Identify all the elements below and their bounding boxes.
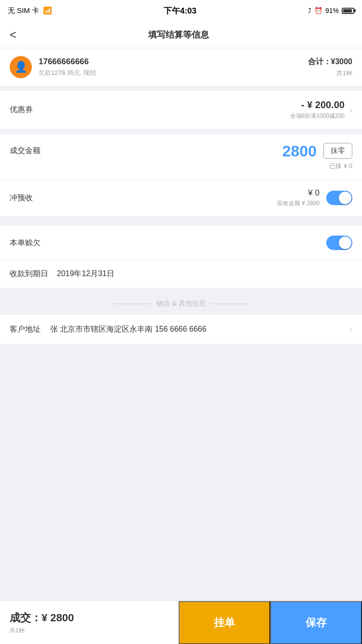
duedate-content: 收款到期日 2019年12月31日 <box>10 269 114 278</box>
customer-card: 👤 17666666666 欠款1276.35元, 现结 合计：¥3000 共1… <box>0 48 362 86</box>
customer-left: 👤 17666666666 欠款1276.35元, 现结 <box>10 56 96 78</box>
prepaid-amount: ¥ 0 应收金额 ¥ 2800 <box>277 188 320 208</box>
status-bar: 无 SIM 卡 📶 下午4:03 ⤴ ⏰ 91% <box>0 0 362 21</box>
status-left: 无 SIM 卡 📶 <box>8 6 52 15</box>
customer-phone: 17666666666 <box>39 57 96 67</box>
debit-label: 本单赊欠 <box>10 238 41 248</box>
back-button[interactable]: < <box>10 28 16 42</box>
coupon-row[interactable]: 优惠券 - ¥ 200.00 全场6折满1000减200 › <box>0 91 362 129</box>
battery-fill <box>343 9 352 13</box>
address-section[interactable]: 客户地址 张 北京市市辖区海淀区永丰南 156 6666 6666 › <box>0 315 362 344</box>
amount-section: 成交金额 2800 抹零 已抹 ¥ 0 <box>0 134 362 180</box>
customer-right: 合计：¥3000 共1种 <box>308 57 353 78</box>
address-content: 张 北京市市辖区海淀区永丰南 156 6666 6666 <box>50 323 349 335</box>
amount-right: 2800 抹零 <box>282 143 352 159</box>
nav-bar: < 填写结算等信息 <box>0 21 362 48</box>
hang-order-button[interactable]: 挂单 <box>179 601 270 644</box>
coupon-desc: 全场6折满1000减200 <box>290 112 345 120</box>
address-label: 客户地址 <box>10 324 41 335</box>
prepaid-label: 冲预收 <box>10 193 33 203</box>
gap-1 <box>0 129 362 134</box>
total-count: 共1种 <box>308 69 353 78</box>
status-time: 下午4:03 <box>164 5 196 16</box>
debit-section: 本单赊欠 <box>0 226 362 260</box>
duedate-label: 收款到期日 <box>10 269 48 278</box>
bottom-summary: 成交：¥ 2800 共1种 <box>0 611 179 635</box>
amount-value: 2800 <box>282 143 317 159</box>
save-button[interactable]: 保存 <box>270 601 362 644</box>
bottom-bar: 成交：¥ 2800 共1种 挂单 保存 <box>0 601 362 644</box>
page-title: 填写结算等信息 <box>24 29 333 41</box>
bottom-deal-amount: ¥ 2800 <box>42 612 74 624</box>
toggle-knob <box>339 192 351 204</box>
battery-percent: 91% <box>325 7 339 14</box>
wifi-icon: 📶 <box>43 6 52 15</box>
round-button[interactable]: 抹零 <box>323 143 352 159</box>
prepaid-right: ¥ 0 应收金额 ¥ 2800 <box>277 188 352 208</box>
prepaid-sub: 应收金额 ¥ 2800 <box>277 199 320 208</box>
gap-2 <box>0 216 362 221</box>
alarm-icon: ⏰ <box>314 7 322 14</box>
prepaid-toggle[interactable] <box>326 191 352 205</box>
prepaid-section: 冲预收 ¥ 0 应收金额 ¥ 2800 <box>0 180 362 216</box>
prepaid-top: 冲预收 ¥ 0 应收金额 ¥ 2800 <box>10 188 352 208</box>
amount-sub: 已抹 ¥ 0 <box>10 162 352 170</box>
customer-debt: 欠款1276.35元, 现结 <box>39 69 96 77</box>
logistics-text: 物流 & 其他信息 <box>113 299 249 308</box>
debit-toggle-knob <box>339 237 351 249</box>
content: 👤 17666666666 欠款1276.35元, 现结 合计：¥3000 共1… <box>0 48 362 387</box>
status-right: ⤴ ⏰ 91% <box>308 7 354 14</box>
total-amount: 合计：¥3000 <box>308 57 353 67</box>
coupon-right: - ¥ 200.00 全场6折满1000减200 › <box>290 99 352 120</box>
battery-bar <box>342 8 354 14</box>
address-chevron-icon: › <box>349 324 352 335</box>
bottom-deal: 成交：¥ 2800 <box>10 611 169 625</box>
customer-info: 17666666666 欠款1276.35元, 现结 <box>39 57 96 77</box>
coupon-chevron-icon: › <box>349 105 352 115</box>
location-icon: ⤴ <box>308 7 311 14</box>
bottom-deal-label: 成交： <box>10 612 42 624</box>
prepaid-value: ¥ 0 <box>277 188 320 198</box>
duedate-value: 2019年12月31日 <box>57 269 114 278</box>
coupon-amount: - ¥ 200.00 <box>290 99 345 111</box>
debit-toggle[interactable] <box>326 236 352 250</box>
avatar-icon: 👤 <box>14 61 28 73</box>
duedate-section: 收款到期日 2019年12月31日 <box>0 260 362 288</box>
bottom-count: 共1种 <box>10 627 169 635</box>
carrier-text: 无 SIM 卡 <box>8 6 39 15</box>
logistics-divider: 物流 & 其他信息 <box>0 293 362 315</box>
avatar: 👤 <box>10 56 32 78</box>
amount-label: 成交金额 <box>10 146 41 156</box>
coupon-label: 优惠券 <box>10 105 33 115</box>
amount-row: 成交金额 2800 抹零 <box>10 143 352 159</box>
